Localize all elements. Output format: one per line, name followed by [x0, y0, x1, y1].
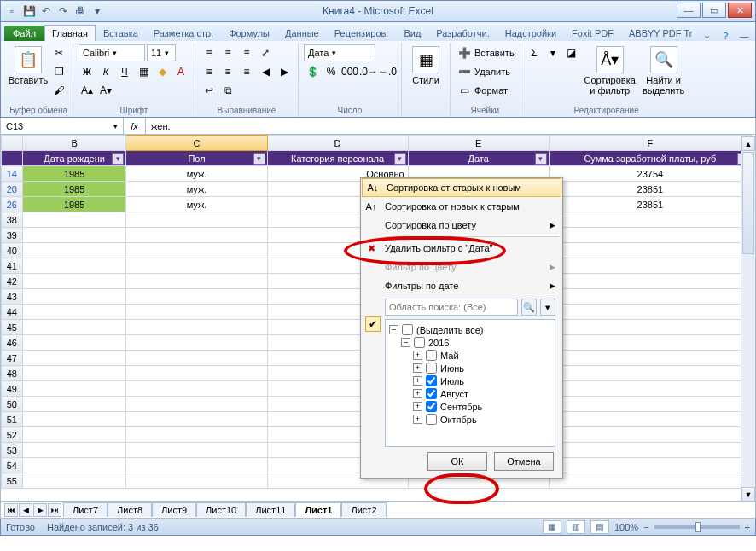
sheet-tab[interactable]: Лист11 [246, 502, 295, 517]
cell[interactable] [22, 212, 126, 228]
month-checkbox[interactable] [426, 375, 437, 386]
cell[interactable] [22, 351, 126, 366]
ribbon-tab-7[interactable]: Разработчи. [428, 25, 497, 41]
cell[interactable] [549, 243, 751, 258]
cell[interactable] [549, 381, 751, 397]
cell[interactable] [126, 397, 267, 412]
shrink-font-icon[interactable]: A▾ [97, 82, 114, 99]
ribbon-tab-1[interactable]: Вставка [96, 25, 146, 41]
menu-date-filters[interactable]: Фильтры по дате▶ [361, 276, 562, 295]
row-header[interactable]: 44 [2, 304, 23, 320]
format-painter-icon[interactable]: 🖌 [50, 82, 67, 99]
cell[interactable]: муж. [126, 197, 267, 212]
indent-dec-icon[interactable]: ◀ [257, 63, 274, 80]
align-bottom-icon[interactable]: ≡ [238, 44, 255, 61]
row-header[interactable]: 42 [2, 274, 23, 289]
menu-sort-descending[interactable]: A↑ Сортировка от новых к старым [361, 197, 562, 216]
cell[interactable] [22, 366, 126, 381]
wrap-text-icon[interactable]: ↩ [201, 82, 218, 99]
search-icon[interactable]: 🔍 [521, 299, 537, 316]
cell[interactable] [22, 320, 126, 335]
tree-month[interactable]: +Октябрь [389, 413, 551, 426]
select-all-corner[interactable] [2, 136, 23, 151]
row-header[interactable]: 47 [2, 351, 23, 366]
col-header-F[interactable]: F [549, 136, 751, 151]
border-button[interactable]: ▦ [135, 63, 152, 80]
file-tab[interactable]: Файл [4, 26, 44, 41]
align-center-icon[interactable]: ≡ [219, 63, 236, 80]
collapse-icon[interactable]: – [401, 338, 410, 347]
tree-select-all[interactable]: – (Выделить все) [389, 323, 551, 336]
ribbon-tab-10[interactable]: ABBYY PDF Tr [621, 25, 700, 41]
cell[interactable] [22, 335, 126, 351]
cell[interactable] [549, 304, 751, 320]
expand-icon[interactable]: + [413, 415, 422, 424]
row-header[interactable]: 46 [2, 335, 23, 351]
cell[interactable] [549, 412, 751, 427]
doc-minimize-icon[interactable]: — [737, 31, 751, 41]
cell[interactable] [22, 397, 126, 412]
help-icon[interactable]: ? [718, 31, 732, 41]
view-layout-icon[interactable]: ▥ [567, 520, 585, 534]
cell[interactable] [22, 427, 126, 443]
cell[interactable]: 1985 [22, 197, 126, 212]
minimize-button[interactable]: — [677, 3, 701, 18]
cell[interactable] [126, 443, 267, 458]
number-format-select[interactable]: Дата▾ [304, 44, 375, 61]
autosum-icon[interactable]: Σ [526, 44, 543, 61]
tree-month[interactable]: +Июнь [389, 362, 551, 374]
expand-icon[interactable]: + [413, 389, 422, 398]
row-header[interactable]: 48 [2, 366, 23, 381]
col-header-B[interactable]: B [22, 136, 126, 151]
row-header[interactable]: 50 [2, 397, 23, 412]
formula-input[interactable]: жен. [146, 118, 755, 134]
row-header[interactable]: 55 [2, 473, 23, 489]
row-header[interactable]: 49 [2, 381, 23, 397]
cell[interactable] [549, 258, 751, 274]
cell[interactable] [126, 427, 267, 443]
cell[interactable]: 1985 [22, 182, 126, 197]
row-header[interactable]: 14 [2, 166, 23, 182]
cell[interactable] [22, 443, 126, 458]
cell[interactable]: 1985 [22, 166, 126, 182]
tree-month[interactable]: +Август [389, 387, 551, 400]
cell[interactable] [549, 443, 751, 458]
scroll-thumb[interactable] [742, 152, 754, 254]
cell[interactable] [549, 458, 751, 473]
ribbon-tab-2[interactable]: Разметка стр. [146, 25, 221, 41]
styles-button[interactable]: ▦ Стили [407, 44, 445, 101]
align-top-icon[interactable]: ≡ [201, 44, 218, 61]
menu-sort-ascending[interactable]: A↓ Сортировка от старых к новым [362, 178, 561, 197]
sheet-tab[interactable]: Лист7 [63, 502, 108, 517]
row-header[interactable]: 53 [2, 443, 23, 458]
scroll-down-icon[interactable]: ▼ [741, 487, 755, 502]
underline-button[interactable]: Ч [116, 63, 133, 80]
month-checkbox[interactable] [426, 362, 437, 374]
name-box[interactable]: C13▾ [1, 118, 124, 134]
cell[interactable] [549, 366, 751, 381]
align-left-icon[interactable]: ≡ [201, 63, 218, 80]
cell[interactable] [549, 473, 751, 489]
menu-clear-filter[interactable]: ✖ Удалить фильтр с "Дата" [361, 239, 562, 258]
sheet-tab[interactable]: Лист8 [108, 502, 152, 517]
cell[interactable] [126, 335, 267, 351]
filter-dropdown-icon[interactable]: ▾ [253, 153, 265, 165]
row-header[interactable]: 38 [2, 212, 23, 228]
month-checkbox[interactable] [426, 388, 437, 399]
maximize-button[interactable]: ▭ [702, 3, 726, 18]
sort-filter-button[interactable]: Å▾ Сортировка и фильтр [584, 44, 637, 101]
copy-icon[interactable]: ❐ [50, 63, 67, 80]
zoom-in-icon[interactable]: + [745, 522, 750, 532]
ribbon-tab-6[interactable]: Вид [396, 25, 428, 41]
row-header[interactable]: 20 [2, 182, 23, 197]
row-header[interactable]: 51 [2, 412, 23, 427]
print-icon[interactable]: 🖶 [73, 3, 88, 19]
cell[interactable] [126, 212, 267, 228]
zoom-slider[interactable] [654, 525, 740, 529]
cell[interactable]: 23754 [549, 166, 751, 182]
col-header-D[interactable]: D [267, 136, 408, 151]
indent-inc-icon[interactable]: ▶ [276, 63, 293, 80]
sheet-nav-first-icon[interactable]: ⏮ [4, 503, 18, 517]
close-button[interactable]: ✕ [728, 3, 752, 18]
cell[interactable] [126, 228, 267, 243]
